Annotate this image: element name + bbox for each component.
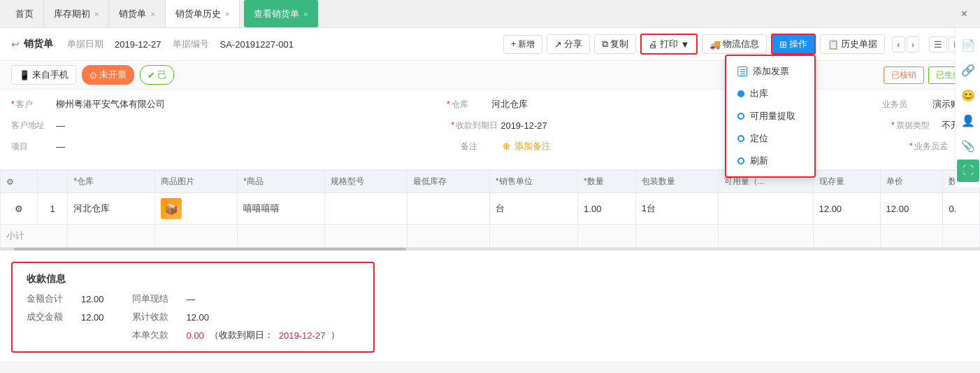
from-mobile-button[interactable]: 📱 来自手机 [11, 65, 76, 85]
transaction-label: 成交金额 [27, 311, 75, 323]
tab-sales-close[interactable]: × [150, 10, 154, 18]
next-button[interactable]: › [907, 36, 919, 52]
locate-icon [737, 135, 744, 142]
table-row: ⚙ 1 河北仓库 📦 嘻嘻嘻嘻 台 1.00 1台 12.00 12.00 0. [1, 193, 980, 225]
address-label: 客户地址 [11, 120, 53, 132]
sidebar-icon-attach[interactable]: 📎 [957, 134, 979, 157]
new-button[interactable]: + 新增 [503, 35, 542, 54]
th-sales-unit: *销售单位 [489, 171, 577, 193]
row-settings[interactable]: ⚙ [1, 193, 38, 225]
payment-due-field: 收款到期日 2019-12-27 [452, 120, 892, 132]
date-label: 单据日期 [67, 38, 103, 50]
tab-inventory-close[interactable]: × [94, 10, 99, 18]
bottom-section: 收款信息 金额合计 12.00 成交金额 12.00 同单现结 — [0, 253, 980, 361]
th-settings[interactable]: ⚙ [1, 171, 38, 193]
sidebar-icon-expand[interactable]: ⛶ [957, 160, 979, 182]
mobile-icon: 📱 [19, 70, 30, 80]
scroll-indicator[interactable] [0, 248, 980, 251]
tab-view-sales-close[interactable]: × [303, 10, 308, 18]
cumulative-value: 12.00 [187, 312, 210, 323]
subtotal-col3 [155, 225, 238, 248]
row-num: 1 [37, 193, 68, 225]
th-min-stock: 最低库存 [408, 171, 490, 193]
th-product: *商品 [238, 171, 325, 193]
tab-home-label: 首页 [15, 8, 34, 20]
prev-button[interactable]: ‹ [892, 36, 905, 52]
row-sales-unit: 台 [489, 193, 577, 225]
sidebar-icon-link[interactable]: 🔗 [957, 59, 979, 81]
locate-item[interactable]: 定位 [726, 127, 814, 150]
share-icon: ↗ [554, 39, 562, 50]
add-invoice-item[interactable]: ☰ 添加发票 [726, 60, 814, 83]
tab-bar: 首页 库存期初 × 销货单 × 销货单历史 × 查看销货单 × × [0, 0, 980, 28]
form-area: 客户 柳州粤港平安气体有限公司 仓库 河北仓库 业务员 演示账号 客户地址 — … [0, 90, 980, 169]
th-pack-qty: 包装数量 [635, 171, 718, 193]
no-value: SA-20191227-001 [220, 39, 294, 50]
not-open-button[interactable]: ⊙ 未开票 [82, 65, 134, 85]
staff-label: 业务员 [882, 99, 924, 111]
available-qty-item[interactable]: 可用量提取 [726, 105, 814, 127]
refresh-item[interactable]: 刷新 [726, 150, 814, 172]
row-warehouse: 河北仓库 [68, 193, 155, 225]
customer-field: 客户 柳州粤港平安气体有限公司 [11, 98, 447, 111]
add-note-button[interactable]: ⊕ 添加备注 [503, 140, 551, 153]
window-close-button[interactable]: × [954, 8, 974, 20]
customer-label: 客户 [11, 99, 53, 111]
list-view-button[interactable]: ☰ [929, 36, 947, 52]
transaction-row: 成交金额 12.00 [27, 311, 104, 323]
subtotal-col5 [325, 225, 408, 248]
settlement-value: — [187, 294, 196, 304]
subtotal-col11 [813, 225, 880, 248]
print-dropdown-arrow: ▼ [680, 39, 689, 50]
customer-value: 柳州粤港平安气体有限公司 [56, 98, 165, 111]
sidebar-icon-doc[interactable]: 📄 [957, 34, 979, 56]
tab-sales[interactable]: 销货单 × [109, 0, 165, 27]
data-table: ⚙ *仓库 商品图片 *商品 规格型号 最低库存 *销售单位 *数量 包装数量 … [0, 170, 980, 248]
copy-button[interactable]: ⧉ 复制 [594, 34, 636, 54]
subtotal-col10 [718, 225, 813, 248]
subtotal-label: 小计 [1, 225, 68, 248]
tab-home[interactable]: 首页 [6, 0, 44, 27]
print-button[interactable]: 🖨 打印 ▼ [640, 34, 698, 55]
form-row-2: 客户地址 — 收款到期日 2019-12-27 票据类型 不开票 [11, 119, 969, 132]
tab-history-close[interactable]: × [225, 10, 229, 18]
payment-title: 收款信息 [27, 273, 359, 286]
total-amount-value: 12.00 [81, 294, 104, 304]
sidebar-icon-user[interactable]: 👤 [957, 109, 979, 132]
project-value: — [56, 141, 65, 152]
warehouse-value: 河北仓库 [491, 98, 528, 111]
out-warehouse-icon [737, 90, 744, 97]
form-row-1: 客户 柳州粤港平安气体有限公司 仓库 河北仓库 业务员 演示账号 [11, 98, 969, 111]
sidebar-icon-emoji[interactable]: 😊 [957, 84, 979, 106]
main-content: ↩ 销货单 单据日期 2019-12-27 单据编号 SA-20191227-0… [0, 28, 980, 361]
due-note-end: ） [331, 329, 340, 342]
operations-button[interactable]: ⊞ 操作 [771, 34, 816, 55]
settlement-label: 同单现结 [132, 293, 181, 305]
tab-inventory[interactable]: 库存期初 × [44, 0, 109, 27]
tab-view-sales[interactable]: 查看销货单 × [244, 0, 318, 27]
payment-due-value: 2019-12-27 [500, 120, 547, 131]
sales-staff-label: 业务员孟 [909, 141, 951, 153]
check-button[interactable]: ✔ 已 [140, 65, 174, 85]
ticket-icon: ⊙ [89, 70, 97, 80]
history-button[interactable]: 📋 历史单据 [820, 34, 885, 54]
subtotal-col13 [943, 225, 980, 248]
th-current-stock: 现存量 [813, 171, 880, 193]
tab-history[interactable]: 销货单历史 × [166, 0, 240, 27]
share-button[interactable]: ↗ 分享 [547, 34, 590, 54]
table-header-row: ⚙ *仓库 商品图片 *商品 规格型号 最低库存 *销售单位 *数量 包装数量 … [1, 171, 980, 193]
subtotal-col8 [578, 225, 636, 248]
out-warehouse-item[interactable]: 出库 [726, 83, 814, 105]
due-note: （收款到期日： [210, 329, 273, 342]
row-gear-icon: ⚙ [15, 204, 23, 214]
history-icon: 📋 [828, 39, 839, 50]
address-value: — [56, 120, 65, 131]
due-date: 2019-12-27 [279, 330, 326, 341]
add-note-icon: ⊕ [503, 141, 510, 151]
subtotal-row: 小计 [1, 225, 980, 248]
form-row-3: 项目 — 备注 ⊕ 添加备注 业务员孟 — [11, 140, 969, 153]
logistics-button[interactable]: 🚚 物流信息 [702, 34, 767, 54]
address-field: 客户地址 — [11, 120, 452, 132]
row-min-stock [408, 193, 490, 225]
doc-header: ↩ 销货单 单据日期 2019-12-27 单据编号 SA-20191227-0… [0, 28, 980, 61]
